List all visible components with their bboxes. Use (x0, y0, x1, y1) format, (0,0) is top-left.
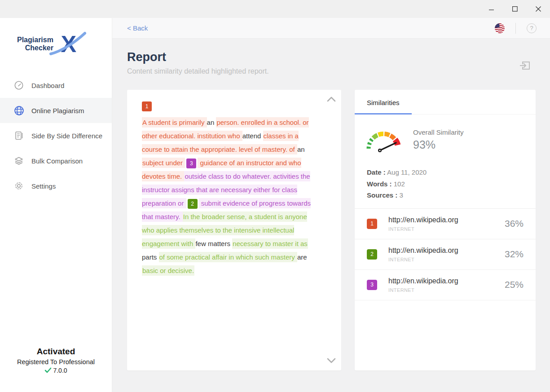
source-percent: 36% (505, 218, 524, 229)
sidebar-item-label: Side By Side Difference (31, 132, 102, 140)
activation-version: 7.0.0 (0, 367, 112, 374)
maximize-icon (512, 6, 518, 12)
check-icon (44, 367, 52, 374)
app-header: < Back ? (112, 18, 550, 39)
sidebar: Plagiarism Checker X Dashboard Online Pl… (0, 18, 112, 392)
overall-similarity-label: Overall Similarity (413, 128, 464, 136)
gauge-meter-icon (364, 123, 403, 156)
sidebar-item-label: Dashboard (31, 82, 64, 89)
titlebar (0, 0, 550, 18)
sidebar-item-label: Online Plagiarism (31, 107, 84, 115)
sidebar-nav: Dashboard Online Plagiarism Side By Side… (0, 73, 112, 198)
report-meta: Date : Aug 11, 2020 Words : 102 Sources … (355, 159, 536, 209)
logo-x-mark: X (54, 30, 83, 58)
source-url[interactable]: http://en.wikipedia.org (388, 216, 458, 224)
maximize-button[interactable] (503, 0, 527, 18)
meta-sources: Sources : 3 (367, 189, 524, 201)
close-icon (536, 6, 541, 12)
document-panel: 1A student is primarily an person. enrol… (127, 90, 341, 370)
page-subtitle: Content similarity detailed highlighted … (127, 67, 550, 75)
source-badge: 3 (367, 280, 377, 290)
app-logo: Plagiarism Checker X (17, 30, 112, 58)
us-flag-icon[interactable] (494, 22, 505, 33)
source-type: INTERNET (388, 257, 458, 262)
scroll-up-button[interactable] (326, 96, 337, 104)
main-content: Report Content similarity detailed highl… (112, 39, 550, 392)
match-badge-2[interactable]: 2 (188, 199, 198, 209)
meta-date: Date : Aug 11, 2020 (367, 167, 524, 178)
header-divider (515, 23, 516, 34)
highlight-source-1[interactable]: A student is primarily (142, 117, 207, 128)
plain-text: attend (242, 132, 263, 140)
plain-text: an (207, 119, 216, 126)
minimize-icon (489, 6, 494, 12)
activation-title: Activated (0, 347, 112, 357)
meta-words: Words : 102 (367, 178, 524, 190)
match-badge-3[interactable]: 3 (186, 159, 196, 168)
source-percent: 32% (505, 249, 524, 260)
page-title: Report (127, 50, 550, 64)
sidebar-item-dashboard[interactable]: Dashboard (0, 73, 112, 98)
activation-registered: Registered To Professional (0, 358, 112, 366)
source-badge: 2 (367, 249, 377, 260)
back-button[interactable]: < Back (127, 24, 148, 32)
source-badge: 1 (367, 219, 377, 229)
logo-swoosh-icon (48, 31, 88, 57)
highlight-source-2[interactable]: necessary to master it as (232, 238, 308, 249)
plain-text: parts (142, 253, 159, 261)
minimize-button[interactable] (480, 0, 503, 18)
layers-icon (13, 155, 24, 166)
source-type: INTERNET (388, 287, 458, 293)
sidebar-item-bulk-comparison[interactable]: Bulk Comparison (0, 148, 112, 173)
overall-similarity-value: 93% (413, 138, 464, 151)
source-percent: 25% (505, 279, 524, 290)
globe-icon (13, 105, 24, 116)
sidebar-item-side-by-side[interactable]: Side By Side Difference (0, 123, 112, 148)
sidebar-item-online-plagiarism[interactable]: Online Plagiarism (0, 98, 112, 123)
active-tab-underline (355, 113, 412, 115)
document-icon (13, 130, 24, 141)
scroll-down-icon (326, 357, 337, 364)
sources-list: 1http://en.wikipedia.orgINTERNET36%2http… (355, 209, 536, 300)
tab-similarities[interactable]: Similarities (367, 99, 400, 106)
help-icon[interactable]: ? (527, 23, 537, 33)
match-badge-1[interactable]: 1 (142, 101, 152, 111)
highlight-source-2[interactable]: of some practical affair in which such m… (159, 252, 298, 262)
header-right: ? (495, 23, 537, 34)
plain-text: are (297, 253, 307, 261)
source-row-1[interactable]: 1http://en.wikipedia.orgINTERNET36% (355, 209, 536, 239)
speedometer-icon (13, 80, 24, 91)
highlight-source-1[interactable]: subject under (142, 158, 185, 168)
sidebar-item-label: Bulk Comparison (31, 157, 83, 165)
activation-status: Activated Registered To Professional 7.0… (0, 347, 112, 374)
similarities-panel: Similarities Overall Similarity 93% Date… (355, 90, 536, 370)
close-button[interactable] (527, 0, 550, 18)
overall-similarity: Overall Similarity 93% (355, 115, 536, 159)
export-report-button[interactable] (519, 60, 531, 72)
scroll-up-icon (326, 96, 337, 102)
sidebar-item-label: Settings (31, 182, 56, 190)
document-text: 1A student is primarily an person. enrol… (127, 90, 318, 277)
source-row-2[interactable]: 2http://en.wikipedia.orgINTERNET32% (355, 239, 536, 270)
sidebar-item-settings[interactable]: Settings (0, 173, 112, 198)
source-type: INTERNET (388, 226, 458, 232)
source-url[interactable]: http://en.wikipedia.org (388, 247, 458, 255)
scroll-down-button[interactable] (326, 357, 337, 365)
source-row-3[interactable]: 3http://en.wikipedia.orgINTERNET25% (355, 270, 536, 300)
export-icon (519, 60, 531, 71)
plain-text: few matters (195, 240, 232, 247)
highlight-source-2[interactable]: basic or decisive. (142, 265, 194, 276)
similarities-tabs: Similarities (355, 90, 536, 115)
plain-text: an (297, 145, 305, 153)
source-url[interactable]: http://en.wikipedia.org (388, 277, 458, 285)
gear-icon (13, 181, 24, 191)
